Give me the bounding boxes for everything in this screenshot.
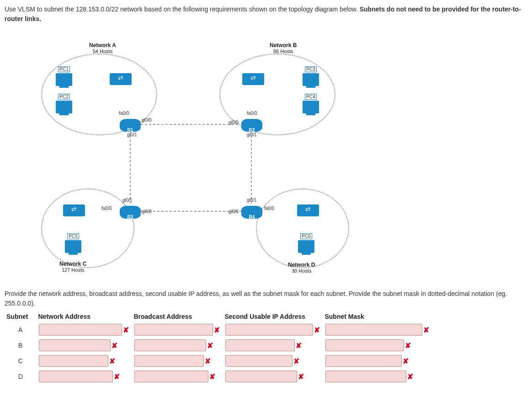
network-c-title: Network C — [59, 261, 86, 267]
port-r2-gi01: gi0/1 — [247, 132, 257, 137]
port-r1-gi01: gi0/1 — [127, 132, 137, 137]
port-r4-gi01: gi0/1 — [247, 198, 257, 203]
row-A-label: A — [5, 322, 36, 338]
input-A-second[interactable] — [225, 324, 313, 336]
wrong-icon: ✘ — [423, 326, 429, 334]
pc5: PC5 — [64, 232, 82, 253]
router-r3: R3 — [120, 206, 141, 219]
header-broadcast: Broadcast Address — [132, 311, 223, 322]
answer-table: Subnet Network Address Broadcast Address… — [5, 311, 432, 384]
network-b-label: Network B 66 Hosts — [270, 42, 297, 54]
question-instructions: Use VLSM to subnet the 128.153.0.0/22 ne… — [5, 5, 527, 24]
input-C-second[interactable] — [225, 355, 293, 367]
input-D-second[interactable] — [225, 370, 297, 382]
wrong-icon: ✘ — [407, 373, 413, 381]
pc3: PC3 — [302, 65, 320, 86]
network-d-title: Network D — [288, 262, 315, 268]
wrong-icon: ✘ — [296, 342, 302, 349]
wrong-icon: ✘ — [214, 326, 220, 334]
answer-instructions: Provide the network address, broadcast a… — [5, 289, 527, 308]
row-B-label: B — [5, 338, 36, 353]
pc6: PC6 — [297, 232, 315, 253]
switch-a — [110, 73, 132, 85]
table-row: C ✘ ✘ ✘ ✘ — [5, 353, 432, 369]
input-D-network[interactable] — [39, 370, 113, 382]
input-B-mask[interactable] — [325, 339, 404, 351]
wrong-icon: ✘ — [209, 373, 215, 381]
network-b-title: Network B — [270, 42, 297, 48]
input-D-mask[interactable] — [325, 370, 406, 382]
input-C-mask[interactable] — [325, 355, 402, 367]
input-B-network[interactable] — [39, 339, 111, 351]
port-r2-fa00: fa0/0 — [247, 111, 257, 116]
wrong-icon: ✘ — [207, 342, 213, 349]
network-a-title: Network A — [89, 42, 116, 48]
header-network: Network Address — [36, 311, 132, 322]
switch-c — [63, 204, 85, 216]
port-r3-fa00: fa0/0 — [101, 206, 112, 211]
network-c-cloud — [41, 188, 134, 268]
port-r4-fa00: fa0/0 — [264, 206, 274, 211]
router-r1: R1 — [120, 119, 141, 132]
instructions-text: Use VLSM to subnet the 128.153.0.0/22 ne… — [5, 5, 360, 13]
router-r4: R4 — [241, 206, 262, 219]
network-b-hosts: 66 Hosts — [270, 48, 297, 54]
table-row: A ✘ ✘ ✘ ✘ — [5, 322, 432, 338]
input-A-network[interactable] — [39, 324, 122, 336]
port-r1-gi00: gi0/0 — [142, 118, 152, 123]
header-second: Second Usable IP Address — [223, 311, 323, 322]
router-r2: R2 — [241, 119, 262, 132]
wrong-icon: ✘ — [298, 373, 304, 381]
wrong-icon: ✘ — [109, 357, 115, 365]
table-row: D ✘ ✘ ✘ ✘ — [5, 369, 432, 384]
table-header: Subnet Network Address Broadcast Address… — [5, 311, 432, 322]
input-D-broadcast[interactable] — [134, 370, 208, 382]
input-B-second[interactable] — [225, 339, 295, 351]
port-r4-gi00: gi0/0 — [229, 209, 239, 214]
network-d-cloud — [256, 188, 349, 268]
input-A-mask[interactable] — [325, 324, 422, 336]
wrong-icon: ✘ — [114, 373, 120, 381]
wrong-icon: ✘ — [314, 326, 320, 334]
wrong-icon: ✘ — [293, 357, 299, 365]
port-r2-gi00: gi0/0 — [229, 120, 239, 125]
input-B-broadcast[interactable] — [134, 339, 206, 351]
pc1: PC1 — [55, 65, 73, 86]
network-d-label: Network D 30 Hosts — [288, 262, 315, 274]
table-row: B ✘ ✘ ✘ ✘ — [5, 338, 432, 353]
network-c-label: Network C 127 Hosts — [59, 261, 86, 273]
network-a-label: Network A 54 Hosts — [89, 42, 116, 54]
input-A-broadcast[interactable] — [134, 324, 213, 336]
wrong-icon: ✘ — [112, 342, 117, 349]
switch-d — [297, 204, 319, 216]
row-C-label: C — [5, 353, 36, 369]
network-c-hosts: 127 Hosts — [59, 267, 86, 273]
header-mask: Subnet Mask — [323, 311, 432, 322]
input-C-network[interactable] — [39, 355, 108, 367]
topology-diagram: Network A 54 Hosts PC1 PC2 Network B 66 … — [23, 28, 370, 285]
pc2: PC2 — [55, 92, 73, 113]
input-C-broadcast[interactable] — [134, 355, 204, 367]
wrong-icon: ✘ — [403, 357, 409, 365]
wrong-icon: ✘ — [123, 326, 129, 334]
port-r3-gi00: gi0/0 — [142, 209, 152, 214]
wrong-icon: ✘ — [205, 357, 211, 365]
header-subnet: Subnet — [5, 311, 36, 322]
switch-b — [242, 73, 264, 85]
port-r3-gi01: gi0/1 — [122, 198, 133, 203]
pc4: PC4 — [302, 92, 320, 113]
network-a-hosts: 54 Hosts — [89, 48, 116, 54]
wrong-icon: ✘ — [405, 342, 411, 349]
row-D-label: D — [5, 369, 36, 384]
network-d-hosts: 30 Hosts — [288, 268, 315, 274]
port-r1-fa00: fa0/0 — [119, 111, 129, 116]
